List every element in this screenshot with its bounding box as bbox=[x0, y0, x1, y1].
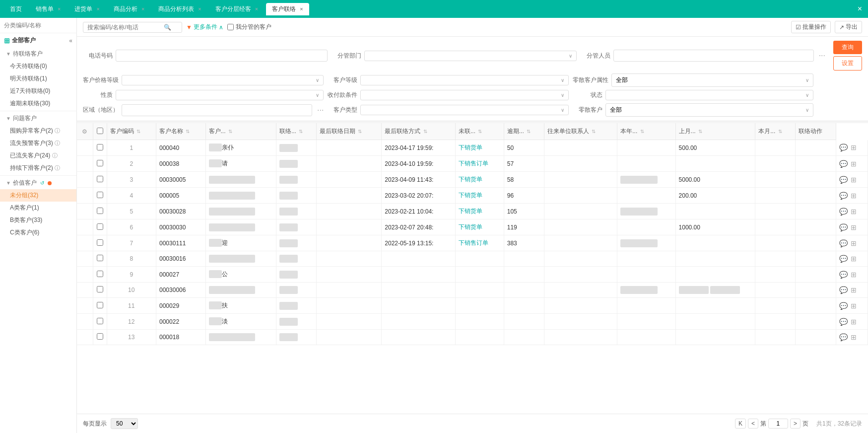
row-checkbox[interactable] bbox=[97, 271, 103, 277]
settings-column-header[interactable]: ⚙ bbox=[77, 123, 93, 140]
this-month-column-header[interactable]: 本月... ⇅ bbox=[755, 123, 796, 140]
code-column-header[interactable]: 客户编码 ⇅ bbox=[107, 123, 156, 140]
chat-action-icon[interactable]: 💬 bbox=[839, 160, 848, 168]
row-checkbox[interactable] bbox=[97, 144, 103, 150]
chat-action-icon[interactable]: 💬 bbox=[839, 144, 848, 151]
row-last-method[interactable]: 下销货单 bbox=[456, 188, 504, 204]
row-last-method[interactable] bbox=[456, 251, 504, 267]
chat-action-icon[interactable]: 💬 bbox=[839, 239, 848, 247]
sidebar-item-churned[interactable]: 已流失客户(24) ⓘ bbox=[0, 149, 76, 162]
manager-input[interactable] bbox=[613, 50, 814, 62]
goods-analysis-list-tab-close[interactable]: × bbox=[198, 6, 201, 12]
region-input[interactable] bbox=[122, 104, 312, 116]
type-column-header[interactable]: 客户... ⇅ bbox=[205, 123, 276, 140]
row-checkbox[interactable] bbox=[97, 223, 103, 230]
grid-action-icon[interactable]: ⊞ bbox=[851, 318, 857, 326]
grid-action-icon[interactable]: ⊞ bbox=[851, 208, 857, 216]
sidebar-item-class-c[interactable]: C类客户(6) bbox=[0, 226, 76, 239]
chat-action-icon[interactable]: 💬 bbox=[839, 302, 848, 310]
prev-page-button[interactable]: < bbox=[748, 419, 758, 429]
sidebar-group-value[interactable]: ▼ 价值客户 ↺ bbox=[0, 177, 76, 189]
dept-select[interactable]: ∨ bbox=[364, 51, 576, 61]
chat-action-icon[interactable]: 💬 bbox=[839, 271, 848, 279]
retail-customer-select[interactable]: 全部∨ bbox=[605, 103, 813, 117]
grid-action-icon[interactable]: ⊞ bbox=[851, 160, 857, 168]
row-checkbox[interactable] bbox=[97, 192, 103, 198]
row-checkbox[interactable] bbox=[97, 302, 103, 308]
grid-action-icon[interactable]: ⊞ bbox=[851, 176, 857, 184]
customer-layer-tab-close[interactable]: × bbox=[255, 6, 258, 12]
nav-tab-goods-analysis[interactable]: 商品分析 × bbox=[108, 3, 150, 15]
chat-action-icon[interactable]: 💬 bbox=[839, 223, 848, 231]
row-checkbox[interactable] bbox=[97, 286, 103, 292]
row-last-method[interactable]: 下销货单 bbox=[456, 204, 504, 219]
nav-tab-home[interactable]: 首页 bbox=[4, 3, 28, 15]
query-button[interactable]: 查询 bbox=[833, 41, 862, 54]
column-settings-icon[interactable]: ⚙ bbox=[82, 128, 87, 135]
current-page-input[interactable] bbox=[768, 419, 788, 429]
my-customers-checkbox[interactable] bbox=[227, 24, 234, 30]
purchase-tab-close[interactable]: × bbox=[96, 6, 99, 12]
grid-action-icon[interactable]: ⊞ bbox=[851, 192, 857, 200]
row-checkbox[interactable] bbox=[97, 208, 103, 214]
last-method-link[interactable]: 下销售订单 bbox=[459, 160, 488, 167]
price-level-select[interactable]: ∨ bbox=[122, 75, 324, 85]
nav-tab-goods-analysis-list[interactable]: 商品分析列表 × bbox=[152, 3, 207, 15]
this-year-column-header[interactable]: 本年... ⇅ bbox=[617, 123, 675, 140]
last-method-link[interactable]: 下销售订单 bbox=[459, 239, 488, 246]
last-date-column-header[interactable]: 最后联络日期 ⇅ bbox=[316, 123, 382, 140]
sidebar-item-churn-warning[interactable]: 流失预警客户(3) ⓘ bbox=[0, 137, 76, 149]
row-checkbox[interactable] bbox=[97, 333, 103, 340]
row-last-method[interactable] bbox=[456, 267, 504, 283]
nav-tab-purchase[interactable]: 进货单 × bbox=[68, 3, 105, 15]
select-all-checkbox[interactable] bbox=[97, 128, 103, 134]
sales-tab-close[interactable]: × bbox=[58, 6, 61, 12]
last-month-column-header[interactable]: 上月... ⇅ bbox=[675, 123, 755, 140]
row-last-method[interactable] bbox=[456, 298, 504, 314]
row-last-method[interactable] bbox=[456, 330, 504, 345]
chat-action-icon[interactable]: 💬 bbox=[839, 176, 848, 184]
name-column-header[interactable]: 客户名称 ⇅ bbox=[156, 123, 206, 140]
sidebar-item-overdue-pending[interactable]: 逾期未联络(30) bbox=[0, 97, 76, 110]
chat-action-icon[interactable]: 💬 bbox=[839, 255, 848, 263]
sidebar-item-abnormal-hoarding[interactable]: 囤购异常客户(2) ⓘ bbox=[0, 125, 76, 137]
row-checkbox[interactable] bbox=[97, 255, 103, 261]
row-checkbox[interactable] bbox=[97, 176, 103, 182]
row-last-method[interactable] bbox=[456, 314, 504, 330]
chat-action-icon[interactable]: 💬 bbox=[839, 192, 848, 200]
sidebar-search-input[interactable] bbox=[4, 22, 77, 29]
more-filters-button[interactable]: ▼ 更多条件 ∧ bbox=[186, 23, 223, 31]
contact-person-column-header[interactable]: 往来单位联系人 ⇅ bbox=[544, 123, 617, 140]
payment-select[interactable]: ∨ bbox=[360, 90, 568, 100]
export-button[interactable]: ↗ 导出 bbox=[835, 21, 862, 33]
last-method-link[interactable]: 下销货单 bbox=[459, 208, 482, 215]
goods-analysis-tab-close[interactable]: × bbox=[141, 6, 144, 12]
sidebar-collapse-icon[interactable]: « bbox=[69, 37, 72, 44]
grid-action-icon[interactable]: ⊞ bbox=[851, 239, 857, 247]
search-input[interactable] bbox=[87, 24, 162, 31]
status-select[interactable]: ∨ bbox=[605, 90, 813, 100]
search-icon[interactable]: 🔍 bbox=[164, 24, 171, 31]
row-last-method[interactable]: 下销售订单 bbox=[456, 156, 504, 172]
chat-action-icon[interactable]: 💬 bbox=[839, 208, 848, 216]
row-last-method[interactable]: 下销售订单 bbox=[456, 235, 504, 251]
grid-action-icon[interactable]: ⊞ bbox=[851, 302, 857, 310]
grid-action-icon[interactable]: ⊞ bbox=[851, 271, 857, 279]
first-page-button[interactable]: K bbox=[735, 419, 746, 429]
sidebar-item-week-pending[interactable]: 近7天待联络(0) bbox=[0, 85, 76, 97]
chat-action-icon[interactable]: 💬 bbox=[839, 318, 848, 326]
chat-action-icon[interactable]: 💬 bbox=[839, 333, 848, 341]
last-method-link[interactable]: 下销货单 bbox=[459, 176, 482, 183]
chat-action-icon[interactable]: 💬 bbox=[839, 286, 848, 294]
row-last-method[interactable]: 下销货单 bbox=[456, 140, 504, 156]
phone-input[interactable] bbox=[116, 50, 328, 62]
nav-tab-customer-layer[interactable]: 客户分层经客 × bbox=[209, 3, 264, 15]
last-method-link[interactable]: 下销货单 bbox=[459, 223, 482, 230]
batch-operation-button[interactable]: ☑ 批量操作 bbox=[791, 21, 831, 33]
row-last-method[interactable] bbox=[456, 283, 504, 298]
row-checkbox[interactable] bbox=[97, 239, 103, 246]
customer-contact-tab-close[interactable]: × bbox=[300, 6, 303, 12]
next-page-button[interactable]: > bbox=[790, 419, 801, 429]
sidebar-group-pending[interactable]: ▼ 待联络客户 bbox=[0, 48, 76, 60]
nature-select[interactable]: ∨ bbox=[116, 90, 324, 100]
